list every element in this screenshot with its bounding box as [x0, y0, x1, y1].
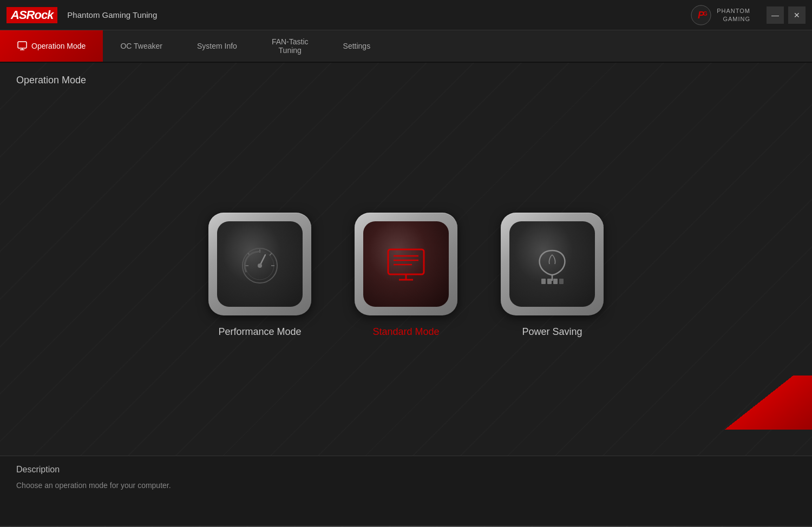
app-title: Phantom Gaming Tuning [67, 10, 691, 19]
tab-operation-mode[interactable]: Operation Mode [0, 30, 103, 62]
svg-rect-23 [547, 279, 552, 284]
description-area: Description Choose an operation mode for… [0, 456, 812, 526]
standard-mode-card[interactable]: Standard Mode [355, 213, 457, 338]
minimize-button[interactable]: — [767, 6, 784, 24]
description-title: Description [16, 465, 796, 475]
power-saving-icon-inner [509, 221, 595, 307]
speedometer-icon [235, 240, 284, 288]
performance-mode-card[interactable]: Performance Mode [208, 213, 311, 338]
power-saving-label: Power Saving [522, 326, 582, 338]
svg-rect-15 [388, 249, 424, 274]
page-title: Operation Mode [16, 75, 86, 85]
svg-text:G: G [703, 11, 708, 17]
tab-oc-tweaker-label: OC Tweaker [120, 42, 162, 50]
tab-system-info[interactable]: System Info [180, 30, 254, 62]
phantom-gaming-text: PHANTOMGAMING [717, 7, 750, 23]
modes-area: Performance Mode [0, 95, 812, 456]
leaf-battery-icon [528, 240, 577, 288]
operation-mode-icon [17, 41, 27, 51]
description-text: Choose an operation mode for your comput… [16, 481, 796, 490]
tab-fan-tastic-label: FAN-TasticTuning [272, 37, 309, 55]
svg-point-14 [258, 264, 262, 268]
performance-mode-icon-inner [217, 221, 303, 307]
svg-rect-3 [18, 42, 27, 48]
svg-rect-26 [562, 280, 564, 283]
phantom-gaming-logo: P G PHANTOMGAMING [691, 5, 750, 25]
monitor-icon [382, 240, 430, 288]
tab-operation-mode-label: Operation Mode [31, 42, 86, 50]
asrock-logo-text: ASRock [6, 7, 57, 23]
standard-mode-icon-inner [363, 221, 449, 307]
svg-rect-24 [553, 279, 558, 284]
power-saving-card[interactable]: Power Saving [501, 213, 604, 338]
window-controls: — ✕ [767, 6, 806, 24]
tab-oc-tweaker[interactable]: OC Tweaker [103, 30, 180, 62]
asrock-logo: ASRock [6, 7, 57, 23]
power-saving-icon-wrapper [501, 213, 604, 315]
tab-fan-tastic[interactable]: FAN-TasticTuning [254, 30, 326, 62]
title-bar: ASRock Phantom Gaming Tuning P G PHANTOM… [0, 0, 812, 30]
section-header: Operation Mode [0, 63, 812, 95]
main-content: Operation Mode [0, 63, 812, 527]
tab-settings-label: Settings [343, 42, 371, 50]
tab-settings[interactable]: Settings [326, 30, 388, 62]
performance-mode-icon-wrapper [208, 213, 311, 315]
close-button[interactable]: ✕ [788, 6, 806, 24]
standard-mode-icon-wrapper [355, 213, 457, 315]
standard-mode-label: Standard Mode [372, 326, 439, 338]
performance-mode-label: Performance Mode [218, 326, 301, 338]
navigation-bar: Operation Mode OC Tweaker System Info FA… [0, 30, 812, 63]
svg-line-12 [270, 253, 272, 255]
phantom-gaming-icon: P G [691, 5, 711, 25]
svg-rect-22 [541, 279, 546, 284]
tab-system-info-label: System Info [197, 42, 237, 50]
